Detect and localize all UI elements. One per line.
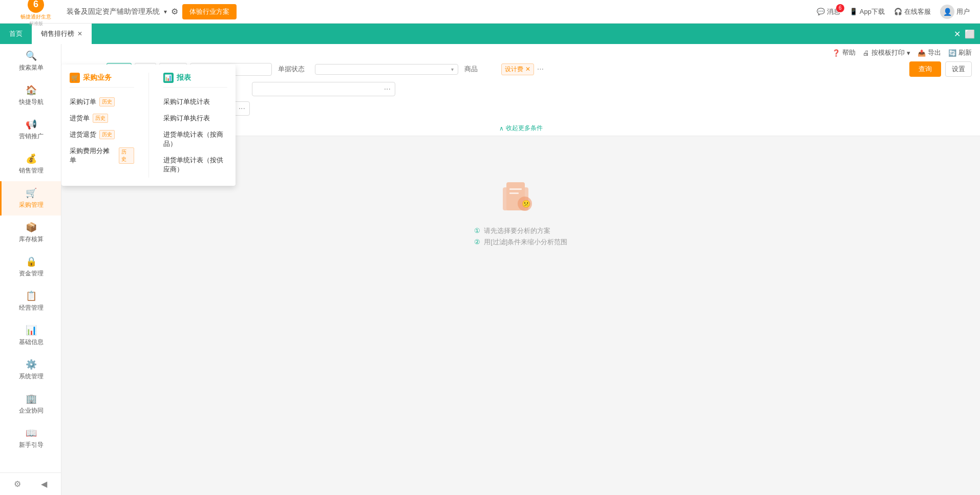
sidebar-item-quick-nav[interactable]: 🏠 快捷导航 — [0, 78, 61, 113]
goods-return-label: 进货退货 — [70, 130, 96, 139]
collapse-label: 收起更多条件 — [506, 124, 543, 133]
sidebar-item-search[interactable]: 🔍 搜索菜单 — [0, 44, 61, 78]
report-col: 📊 报表 采购订单统计表 采购订单执行表 进货单统计表（按商品） 进货单统计表（… — [163, 73, 228, 178]
tab-close-icon[interactable]: ✕ — [77, 30, 82, 37]
sidebar-item-capital[interactable]: 🔒 资金管理 — [0, 250, 61, 284]
messages-btn[interactable]: 💬 消息 6 — [817, 7, 840, 16]
help-btn[interactable]: ❓ 帮助 — [832, 48, 856, 57]
dropdown-purchase-order[interactable]: 采购订单 历史 — [70, 94, 134, 110]
user-label: 用户 — [956, 7, 970, 16]
sidebar-footer: ⚙ ◀ — [0, 472, 61, 495]
doc-status-select[interactable]: ▾ — [315, 64, 458, 75]
purchase-col-icon: 🛒 — [70, 73, 80, 83]
doc-status-arrow: ▾ — [451, 67, 454, 72]
header-right: 💬 消息 6 📱 App下载 🎧 在线客服 👤 用户 — [817, 5, 970, 19]
export-btn[interactable]: 📤 导出 — [918, 48, 941, 57]
goods-stat-by-goods-label: 进货单统计表（按商品） — [163, 130, 228, 148]
empty-hint1-text: 请先选择要分析的方案 — [484, 227, 550, 234]
empty-hint-1: ① 请先选择要分析的方案 — [474, 226, 551, 235]
sidebar-item-system[interactable]: ⚙️ 系统管理 — [0, 353, 61, 387]
phone-icon: 📱 — [849, 8, 858, 15]
print-dropdown-icon[interactable]: ▾ — [907, 49, 910, 57]
online-service-btn[interactable]: 🎧 在线客服 — [894, 7, 931, 16]
sidebar-item-marketing[interactable]: 📢 营销推广 — [0, 113, 61, 147]
dropdown-goods-return[interactable]: 进货退货 历史 — [70, 126, 134, 143]
sidebar-item-enterprise[interactable]: 🏢 企业协同 — [0, 387, 61, 421]
tab-maximize-btn[interactable]: ⬜ — [965, 29, 975, 39]
purchase-col-title-text: 采购业务 — [83, 73, 112, 82]
tab-close-window-btn[interactable]: ✕ — [954, 29, 961, 39]
search-icon: 🔍 — [26, 50, 37, 61]
report-col-icon: 📊 — [163, 73, 174, 83]
sidebar-item-purchase[interactable]: 🛒 采购管理 — [0, 181, 61, 216]
sidebar-item-operations[interactable]: 📋 经营管理 — [0, 284, 61, 318]
salesperson-select[interactable]: ··· — [252, 82, 395, 96]
system-icon: ⚙️ — [26, 359, 37, 370]
dropdown-goods-stat-by-supplier[interactable]: 进货单统计表（按供应商） — [163, 152, 228, 178]
purchase-dropdown-menu: 🛒 采购业务 采购订单 历史 进货单 历史 进货退货 历史 — [61, 64, 236, 186]
basic-info-icon: 📊 — [26, 325, 37, 336]
purchase-order-exec-label: 采购订单执行表 — [163, 114, 210, 123]
settings-btn[interactable]: 设置 — [945, 61, 972, 77]
newbie-icon: 📖 — [26, 427, 37, 439]
avatar: 👤 — [940, 5, 954, 19]
online-service-label: 在线客服 — [904, 7, 931, 16]
system-dropdown-arrow[interactable]: ▾ — [164, 8, 167, 15]
export-label: 导出 — [928, 48, 941, 57]
sidebar-collapse-btn[interactable]: ◀ — [41, 479, 47, 489]
purchase-expense-label: 采购费用分摊单 — [70, 146, 116, 165]
dropdown-purchase-order-stat[interactable]: 采购订单统计表 — [163, 94, 228, 110]
goods-tag-close[interactable]: ✕ — [525, 66, 530, 73]
sidebar-item-newbie[interactable]: 📖 新手引导 — [0, 421, 61, 456]
sidebar-label-newbie: 新手引导 — [19, 441, 44, 449]
column-divider — [148, 73, 149, 178]
home-icon: 🏠 — [26, 84, 37, 96]
print-btn[interactable]: 🖨 按模板打印 ▾ — [863, 48, 910, 57]
report-col-title: 📊 报表 — [163, 73, 228, 88]
goods-filter-area: 设计费 ✕ ··· — [501, 63, 544, 75]
headset-icon: 🎧 — [894, 8, 902, 15]
sidebar-item-inventory[interactable]: 📦 库存核算 — [0, 216, 61, 250]
dropdown-goods-receipt[interactable]: 进货单 历史 — [70, 110, 134, 126]
app-download-btn[interactable]: 📱 App下载 — [849, 7, 885, 16]
help-icon: ❓ — [832, 49, 840, 57]
operations-icon: 📋 — [26, 290, 37, 302]
dropdown-purchase-expense[interactable]: 采购费用分摊单 历史 — [70, 143, 134, 168]
user-btn[interactable]: 👤 用户 — [940, 5, 970, 19]
dropdown-goods-stat-by-goods[interactable]: 进货单统计表（按商品） — [163, 126, 228, 152]
sidebar-label-purchase: 采购管理 — [19, 201, 44, 209]
query-btn[interactable]: 查询 — [909, 61, 941, 77]
empty-hint2-text: 用[过滤]条件来缩小分析范围 — [484, 238, 567, 246]
capital-icon: 🔒 — [26, 256, 37, 267]
logo-area: 6 畅捷通好生意 标准版 — [5, 0, 67, 27]
messages-badge: 6 — [836, 4, 844, 12]
refresh-btn[interactable]: 🔄 刷新 — [948, 48, 972, 57]
tab-home-label: 首页 — [9, 29, 23, 38]
sidebar-settings-btn[interactable]: ⚙ — [14, 479, 21, 489]
sidebar-item-basic-info[interactable]: 📊 基础信息 — [0, 318, 61, 353]
toolbar-right: ❓ 帮助 🖨 按模板打印 ▾ 📤 导出 🔄 刷新 — [832, 48, 972, 57]
sidebar-label-marketing: 营销推广 — [19, 132, 44, 141]
history-badge-3: 历史 — [99, 130, 115, 139]
salesperson-ellipsis[interactable]: ··· — [384, 84, 391, 94]
sidebar-item-sales[interactable]: 💰 销售管理 — [0, 147, 61, 181]
dropdown-purchase-order-exec[interactable]: 采购订单执行表 — [163, 110, 228, 126]
gear-icon[interactable]: ⚙ — [171, 7, 178, 16]
customer-ellipsis[interactable]: ··· — [239, 104, 245, 113]
goods-stat-by-supplier-label: 进货单统计表（按供应商） — [163, 156, 228, 174]
history-badge-4: 历史 — [119, 147, 134, 164]
empty-hint-2: ② 用[过滤]条件来缩小分析范围 — [474, 238, 568, 247]
goods-tag-text: 设计费 — [505, 65, 523, 74]
hint2-bullet: ② — [474, 238, 480, 246]
industry-btn[interactable]: 体验行业方案 — [182, 4, 237, 19]
refresh-label: 刷新 — [958, 48, 972, 57]
collapse-up-icon: ∧ — [499, 125, 504, 132]
goods-ellipsis-btn[interactable]: ··· — [537, 64, 544, 74]
inventory-icon: 📦 — [26, 222, 37, 233]
svg-rect-3 — [509, 192, 519, 194]
system-name-text: 装备及固定资产辅助管理系统 — [67, 7, 160, 16]
refresh-icon: 🔄 — [948, 49, 956, 57]
export-icon: 📤 — [918, 49, 926, 57]
dropdown-columns: 🛒 采购业务 采购订单 历史 进货单 历史 进货退货 历史 — [70, 73, 227, 178]
app-download-label: App下载 — [860, 7, 885, 16]
